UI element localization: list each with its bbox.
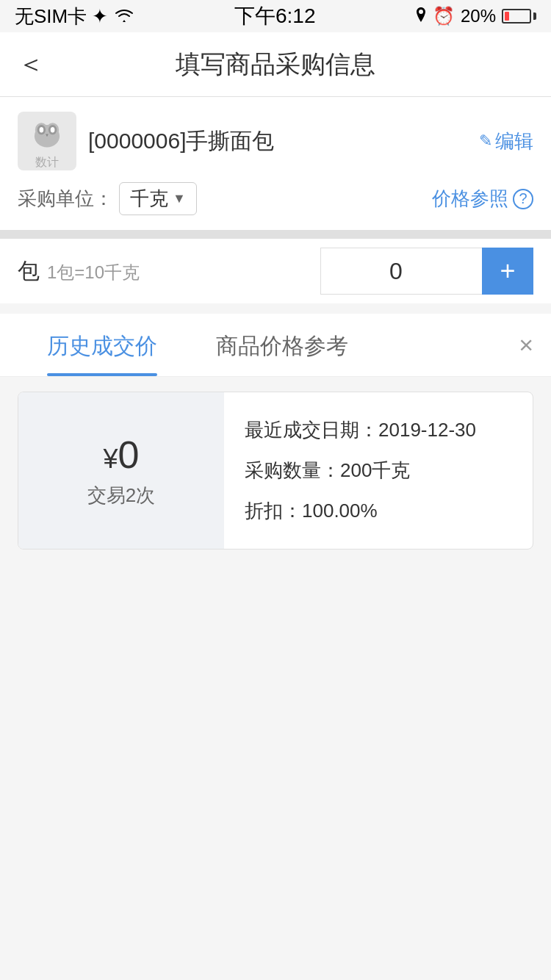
- price-number: 0: [118, 433, 140, 476]
- purchase-qty-label: 采购数量：: [245, 459, 340, 481]
- trade-price-section: ¥0 交易2次: [18, 392, 224, 549]
- unit-arrow-icon: ▼: [173, 191, 186, 206]
- tab-history-price[interactable]: 历史成交价: [18, 314, 187, 376]
- tab-close-button[interactable]: ×: [489, 316, 533, 374]
- location-icon: [415, 6, 427, 26]
- status-time: 下午6:12: [234, 2, 316, 30]
- quantity-label: 包 1包=10千克: [18, 256, 140, 287]
- section-divider: [0, 230, 551, 239]
- plus-icon: +: [500, 256, 515, 287]
- battery-percent: 20%: [461, 6, 496, 26]
- unit-selector[interactable]: 千克 ▼: [119, 182, 197, 215]
- edit-button[interactable]: ✎ 编辑: [479, 129, 533, 154]
- recent-date-value: 2019-12-30: [378, 419, 476, 441]
- recent-date-label: 最近成交日期：: [245, 419, 378, 441]
- quantity-unit: 包: [18, 256, 40, 287]
- status-bar: 无SIM卡 ✦ 下午6:12 ⏰ 20%: [0, 0, 551, 32]
- trade-date-row: 最近成交日期：2019-12-30: [245, 416, 512, 444]
- product-section: 数计 [0000006]手撕面包 ✎ 编辑 采购单位： 千克 ▼ 价格参照 ?: [0, 97, 551, 230]
- quantity-input[interactable]: [320, 248, 482, 295]
- svg-point-6: [51, 127, 55, 133]
- page-title: 填写商品采购信息: [176, 48, 375, 82]
- unit-value: 千克: [130, 186, 168, 212]
- currency-symbol: ¥: [104, 444, 118, 474]
- product-header: 数计 [0000006]手撕面包 ✎ 编辑: [18, 112, 533, 170]
- trade-count: 交易2次: [87, 483, 155, 508]
- product-footer: 采购单位： 千克 ▼ 价格参照 ?: [18, 182, 533, 215]
- purchase-unit-row: 采购单位： 千克 ▼: [18, 182, 197, 215]
- purchase-qty-value: 200千克: [340, 459, 410, 481]
- trade-card: ¥0 交易2次 最近成交日期：2019-12-30 采购数量：200千克 折扣：…: [18, 392, 533, 550]
- quantity-control: +: [320, 248, 533, 295]
- status-right-group: ⏰ 20%: [415, 6, 536, 26]
- price-ref-label: 价格参照: [432, 186, 508, 212]
- tab-product-price-ref[interactable]: 商品价格参考: [187, 314, 378, 376]
- carrier-text: 无SIM卡 ✦: [15, 4, 108, 29]
- price-ref-help-icon: ?: [513, 189, 533, 209]
- trade-price-value: ¥0: [104, 433, 140, 477]
- tab-product-price-label: 商品价格参考: [216, 334, 348, 358]
- discount-label: 折扣：: [245, 500, 302, 522]
- trade-details: 最近成交日期：2019-12-30 采购数量：200千克 折扣：100.00%: [224, 392, 533, 549]
- discount-value: 100.00%: [302, 500, 378, 522]
- wifi-icon: [114, 5, 134, 28]
- close-icon: ×: [519, 331, 533, 359]
- tab-bar: 历史成交价 商品价格参考 ×: [0, 314, 551, 377]
- tab-history-label: 历史成交价: [47, 334, 157, 358]
- back-button[interactable]: ＜: [18, 46, 44, 82]
- battery-icon: [502, 9, 536, 24]
- unit-conversion: 1包=10千克: [47, 261, 140, 284]
- quantity-plus-button[interactable]: +: [482, 248, 533, 295]
- edit-label: 编辑: [495, 129, 533, 154]
- status-carrier: 无SIM卡 ✦: [15, 4, 134, 29]
- price-ref-button[interactable]: 价格参照 ?: [432, 186, 533, 212]
- purchase-unit-label: 采购单位：: [18, 186, 113, 212]
- trade-discount-row: 折扣：100.00%: [245, 497, 512, 525]
- quantity-row: 包 1包=10千克 +: [0, 239, 551, 303]
- edit-icon: ✎: [479, 131, 492, 151]
- trade-qty-row: 采购数量：200千克: [245, 456, 512, 485]
- product-name: [0000006]手撕面包: [88, 126, 274, 156]
- tab-active-indicator: [47, 373, 157, 376]
- product-info: 数计 [0000006]手撕面包: [18, 112, 274, 170]
- alarm-icon: ⏰: [433, 6, 455, 26]
- content-area: ¥0 交易2次 最近成交日期：2019-12-30 采购数量：200千克 折扣：…: [0, 377, 551, 564]
- nav-bar: ＜ 填写商品采购信息: [0, 32, 551, 97]
- svg-point-5: [40, 127, 44, 133]
- product-thumbnail: 数计: [18, 112, 76, 170]
